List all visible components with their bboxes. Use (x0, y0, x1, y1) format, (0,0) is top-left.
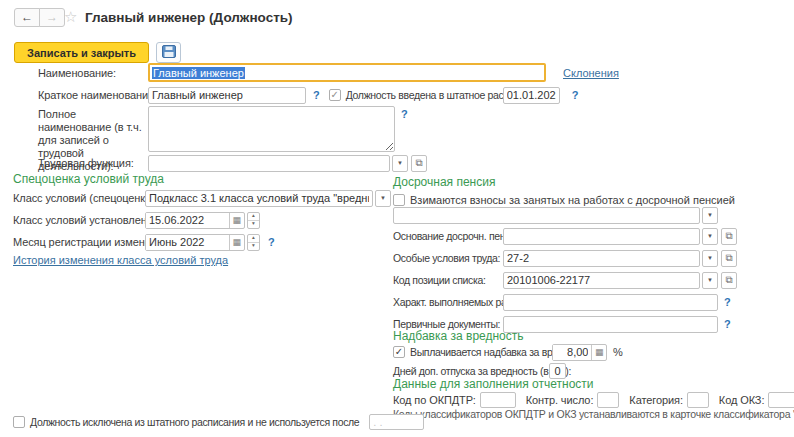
pension-basis-open-button[interactable]: ⧉ (721, 228, 737, 245)
sout-from-row: Класс условий установлен с: ▦ ▴ ▾ (13, 211, 260, 229)
pension-contrib-checkbox[interactable] (393, 194, 405, 206)
sout-month-label: Месяц регистрации изменений: (13, 236, 145, 248)
pension-poscode-dropdown-button[interactable]: ▼ (702, 272, 718, 289)
short-name-label: Краткое наименование: (38, 89, 148, 101)
chevron-down-icon: ▼ (707, 233, 713, 239)
pension-workchar-row: Характ. выполняемых работ: ? (393, 293, 731, 311)
pension-territory-row: ▼ (393, 206, 718, 224)
chevron-down-icon: ▼ (707, 212, 713, 218)
page-title: Главный инженер (Должность) (85, 10, 293, 25)
okpdtr-input[interactable] (480, 392, 516, 408)
sout-month-input[interactable]: ▦ (145, 234, 245, 251)
pension-workchar-help-icon[interactable]: ? (724, 296, 731, 308)
pension-workchar-input[interactable] (503, 294, 718, 311)
staffing-help-icon[interactable]: ? (572, 89, 579, 101)
name-input-selected-text: Главный инженер (152, 67, 245, 79)
back-button[interactable]: ← (14, 8, 40, 27)
sout-from-label: Класс условий установлен с: (13, 214, 145, 226)
spinner-up-icon: ▴ (248, 235, 259, 242)
excluded-checkbox[interactable] (13, 416, 25, 428)
calculator-icon[interactable]: ▦ (591, 345, 606, 360)
pension-primdocs-input[interactable] (503, 316, 718, 333)
open-link-icon: ⧉ (725, 275, 732, 285)
full-name-help-icon[interactable]: ? (401, 106, 408, 120)
harm-days-label: Дней доп. отпуска за вредность (в год): (393, 365, 549, 377)
harm-percent-input[interactable]: ▦ (552, 344, 607, 361)
staffing-date-input[interactable] (503, 87, 560, 104)
nav-history: ← → (14, 8, 65, 26)
short-name-help-icon[interactable]: ? (313, 89, 320, 101)
sout-class-dropdown-button[interactable]: ▼ (375, 190, 391, 207)
section-title-pension: Досрочная пенсия (393, 175, 495, 189)
forward-icon: → (46, 10, 58, 24)
pension-poscode-open-button[interactable]: ⧉ (721, 272, 737, 289)
name-field-row: Наименование: Главный инженер Склонения (38, 63, 619, 82)
save-icon (162, 45, 176, 60)
okpdtr-label: Код по ОКПДТР: (393, 394, 476, 406)
pension-workchar-label: Характ. выполняемых работ: (393, 296, 503, 308)
toolbar: Записать и закрыть (14, 42, 181, 63)
full-name-row: Полное наименование (в т.ч. для записей … (38, 106, 408, 152)
okz-label: Код ОКЗ: (719, 394, 765, 406)
chevron-down-icon: ▼ (397, 160, 403, 166)
save-button[interactable] (156, 42, 181, 63)
harm-paid-label: Выплачивается надбавка за вредность (410, 346, 552, 358)
pension-territory-input[interactable] (393, 207, 700, 224)
excluded-date-input[interactable] (369, 414, 424, 430)
labor-function-open-button[interactable]: ⧉ (411, 155, 427, 172)
calendar-icon[interactable]: ▦ (229, 235, 244, 250)
pension-special-input[interactable] (503, 250, 700, 267)
harm-paid-row: Выплачивается надбавка за вредность ▦ % (393, 343, 623, 361)
sout-class-row: Класс условий (спецоценка): ▼ (13, 189, 391, 207)
open-link-icon: ⧉ (725, 253, 732, 263)
category-input[interactable] (687, 392, 709, 408)
reporting-note: Коды классификаторов ОКПДТР и ОКЗ устана… (393, 408, 794, 420)
staffing-checkbox[interactable] (329, 89, 341, 101)
harm-paid-checkbox[interactable] (393, 346, 405, 358)
pension-basis-input[interactable] (503, 228, 700, 245)
labor-function-input[interactable] (148, 155, 390, 172)
calendar-icon[interactable]: ▦ (229, 213, 244, 228)
spinner-up-icon: ▴ (248, 213, 259, 220)
sout-class-input[interactable] (145, 190, 373, 207)
chevron-down-icon: ▼ (707, 255, 713, 261)
sout-from-date-input[interactable]: ▦ (145, 212, 245, 229)
sout-month-row: Месяц регистрации изменений: ▦ ▴ ▾ ? (13, 233, 275, 251)
reporting-codes-row: Код по ОКПДТР: Контр. число: Категория: … (393, 391, 794, 409)
sout-month-spinner[interactable]: ▴ ▾ (247, 234, 260, 251)
forward-button[interactable]: → (39, 8, 65, 27)
labor-function-dropdown-button[interactable]: ▼ (392, 155, 408, 172)
spinner-down-icon: ▾ (248, 220, 259, 228)
staffing-checkbox-label: Должность введена в штатное расписание (346, 89, 503, 101)
pension-special-dropdown-button[interactable]: ▼ (702, 250, 718, 267)
pension-poscode-input[interactable] (503, 272, 700, 289)
section-title-sout: Спецоценка условий труда (13, 172, 164, 186)
excluded-label: Должность исключена из штатного расписан… (30, 416, 359, 428)
name-input[interactable]: Главный инженер (148, 63, 546, 82)
labor-function-row: Трудовая функция: ▼ ⧉ (38, 154, 427, 172)
sout-from-spinner[interactable]: ▴ ▾ (247, 212, 260, 229)
sout-month-help-icon[interactable]: ? (268, 236, 275, 248)
percent-unit-label: % (613, 346, 623, 358)
back-icon: ← (21, 10, 33, 24)
pension-special-label: Особые условия труда: (393, 252, 503, 264)
pension-primdocs-help-icon[interactable]: ? (724, 318, 731, 330)
chevron-down-icon: ▼ (380, 195, 386, 201)
pension-poscode-row: Код позиции списка: ▼ ⧉ (393, 271, 737, 289)
pension-basis-row: Основание досрочн. пенсии: ▼ ⧉ (393, 227, 737, 245)
pension-special-open-button[interactable]: ⧉ (721, 250, 737, 267)
pension-territory-dropdown-button[interactable]: ▼ (702, 207, 718, 224)
favorite-star-icon[interactable]: ☆ (64, 8, 77, 26)
control-number-input[interactable] (597, 392, 619, 408)
short-name-input[interactable] (148, 87, 306, 104)
save-and-close-button[interactable]: Записать и закрыть (14, 42, 149, 63)
full-name-textarea[interactable] (148, 106, 395, 152)
declension-link[interactable]: Склонения (563, 67, 619, 79)
control-number-label: Контр. число: (526, 394, 594, 406)
spinner-down-icon: ▾ (248, 242, 259, 250)
category-label: Категория: (629, 394, 682, 406)
pension-contrib-label: Взимаются взносы за занятых на работах с… (410, 194, 735, 206)
okz-input[interactable] (768, 392, 794, 408)
class-history-link[interactable]: История изменения класса условий труда (13, 254, 228, 266)
pension-basis-dropdown-button[interactable]: ▼ (702, 228, 718, 245)
